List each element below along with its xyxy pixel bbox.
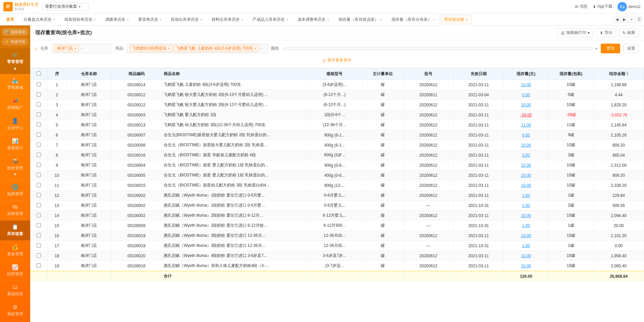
row-qty[interactable]: 3.00 [504,150,548,160]
row-check[interactable] [31,90,47,100]
row-checkbox[interactable] [37,163,41,167]
nav-close-button[interactable]: × [628,16,635,23]
tab-zuhe[interactable]: 组装拆卸单历史 × [60,14,100,24]
message-button[interactable]: ✉ 消息 [575,4,588,9]
row-checkbox[interactable] [37,213,41,217]
row-checkbox[interactable] [37,223,41,227]
close-icon[interactable]: × [127,18,129,21]
warehouse-filter-field[interactable]: 南岸门店 × ··· [52,44,112,53]
tab-chancheng[interactable]: 产成品入库单历史 × [248,14,292,24]
row-qty[interactable]: 10.00 [504,80,548,90]
row-checkbox[interactable] [37,253,41,258]
product-tag-2-close[interactable]: × [254,47,256,50]
row-checkbox[interactable] [37,132,41,137]
color-dropdown-icon[interactable]: ▾ [595,46,597,51]
sidebar-item-wholesale[interactable]: 📦 批发管理 ▼ [0,155,30,180]
row-checkbox[interactable] [37,173,41,177]
row-checkbox[interactable] [37,243,41,248]
row-check[interactable] [31,211,47,221]
amount-info-icon[interactable]: ℹ [627,71,628,76]
row-checkbox[interactable] [37,193,41,197]
sidebar-item-marketing[interactable]: 📣 营销推广 [0,94,30,114]
tab-kuzfenbu[interactable]: 现存量（库存分布表） × [387,14,439,24]
org-selector[interactable]: 母婴行业演示账套 ▾ [42,3,89,10]
sidebar-item-operation[interactable]: 📈 经营管理 [0,261,30,281]
row-qty[interactable]: 10.00 [504,170,548,180]
row-check[interactable] [31,201,47,211]
row-checkbox[interactable] [37,233,41,237]
expand-more-button[interactable]: ⋁ 展开更多条件 [321,56,353,64]
nav-menu-button[interactable]: ☰ [636,16,642,23]
sidebar-item-finance[interactable]: 💰 资金管理 [0,240,30,261]
row-checkbox[interactable] [37,263,41,268]
sidebar-item-member[interactable]: 👤 会员中心 [0,114,30,135]
sidebar-item-collab[interactable]: 🤝 企业协同 [0,321,30,322]
row-check[interactable] [31,110,47,120]
tab-yaohuo[interactable]: 要货单历史 × [134,14,166,24]
row-checkbox[interactable] [37,143,41,147]
sidebar-item-ecom[interactable]: 🌐 电商管理 [0,180,30,201]
row-check[interactable] [31,120,47,130]
sidebar-item-purchase[interactable]: 🛍 采购管理 [0,201,30,220]
row-checkbox[interactable] [37,92,41,97]
close-icon[interactable]: × [466,18,468,21]
row-qty[interactable]: 10.00 [504,140,548,150]
row-checkbox[interactable] [37,102,41,107]
sidebar-item-retail[interactable]: 🛒 零售管理 ▲ [0,48,30,74]
row-qty[interactable]: 10.00 [504,180,548,191]
close-icon[interactable]: × [241,18,243,21]
tab-kuzpizhang[interactable]: 库存批次账 × [440,14,472,24]
product-filter-field[interactable]: 飞鹤奶粉3段两提装 × 飞鹤星飞帆 儿童奶粉 4段(3-6岁适用) 700克 ×… [127,44,268,53]
nav-prev-button[interactable]: ◀ [613,16,620,23]
tab-diaob[interactable]: 调拨单历史 × [101,14,133,24]
row-check[interactable] [31,231,47,241]
row-checkbox[interactable] [37,82,41,87]
row-qty[interactable]: 10.00 [504,261,548,271]
row-checkbox[interactable] [37,153,41,157]
row-check[interactable] [31,150,47,160]
row-check[interactable] [31,191,47,201]
row-check[interactable] [31,170,47,180]
color-filter-field[interactable] [282,47,592,50]
product-tag-1-close[interactable]: × [168,47,170,50]
row-check[interactable] [31,221,47,231]
export-button[interactable]: ⬇ 导出 [596,28,616,37]
row-qty[interactable]: 9.00 [504,130,548,140]
row-qty[interactable]: -39.00 [504,110,548,120]
row-check[interactable] [31,160,47,170]
row-qty[interactable]: 1.00 [504,221,548,231]
row-qty[interactable]: 1.00 [504,241,548,251]
close-icon[interactable]: × [433,18,435,21]
row-checkbox[interactable] [37,112,41,117]
row-checkbox[interactable] [37,122,41,127]
row-qty[interactable]: 2.00 [504,201,548,211]
filter-expand-arrow[interactable]: › [35,46,37,52]
row-check[interactable] [31,130,47,140]
row-check[interactable] [31,80,47,90]
query-button[interactable]: 查询 [601,44,620,53]
row-qty[interactable]: 10.00 [504,211,548,221]
row-qty[interactable]: 11.00 [504,120,548,130]
warehouse-tag-close[interactable]: × [74,47,76,50]
tab-home[interactable]: 首页 [2,14,18,24]
tab-fenpan[interactable]: 分量盘点单历史 × [19,14,59,24]
sidebar-item-mall[interactable]: 🏪 零售商城 [0,74,30,94]
row-qty[interactable]: 0.00 [504,90,548,100]
row-qty[interactable]: 10.00 [504,251,548,261]
sidebar-shortcut[interactable]: ⚡ 快捷导航 [2,38,29,46]
sidebar-item-basic[interactable]: 🗂 基础信息 [0,281,30,301]
sidebar-item-system[interactable]: ⚙ 系统管理 [0,301,30,321]
row-check[interactable] [31,261,47,271]
nav-next-button[interactable]: ▶ [621,16,628,23]
row-checkbox[interactable] [37,183,41,187]
close-icon[interactable]: × [380,18,382,21]
row-checkbox[interactable] [37,203,41,207]
row-qty[interactable]: 10.00 [504,231,548,241]
row-qty[interactable]: 1.00 [504,191,548,201]
sidebar-item-stats[interactable]: 📊 零售统计 [0,135,30,155]
tab-chengben[interactable]: 成本调整单历史 × [293,14,333,24]
user-area[interactable]: Ea demo2 [618,2,641,11]
refresh-button[interactable]: ↻ 刷新 [619,28,639,37]
row-check[interactable] [31,180,47,191]
print-button[interactable]: 🖨 按模板打印 ▾ [557,28,593,37]
